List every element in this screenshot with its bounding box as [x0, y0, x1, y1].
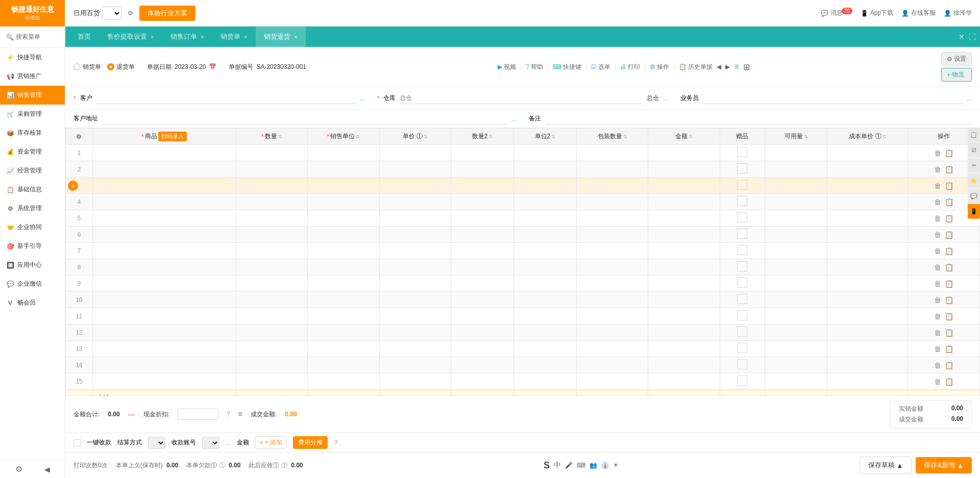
float-btn-3[interactable]: ✂ [968, 158, 980, 173]
avail-cell[interactable] [765, 259, 827, 275]
expense-split-button[interactable]: 费用分摊 [293, 436, 328, 449]
pkg-cell[interactable] [576, 145, 648, 161]
amount-cell[interactable] [648, 194, 720, 210]
add-logistics-button[interactable]: + 物流 [941, 68, 972, 82]
pkg-cell[interactable] [576, 227, 648, 243]
price-cell[interactable] [379, 259, 451, 275]
product-cell[interactable] [92, 292, 236, 308]
qty2-cell[interactable] [451, 145, 514, 161]
pkg-cell[interactable] [576, 292, 648, 308]
unit2-cell[interactable] [513, 161, 576, 178]
unit-sort-icon[interactable]: ⇅ [356, 134, 360, 139]
qty-sort-icon[interactable]: ⇅ [278, 134, 282, 139]
product-cell[interactable] [92, 161, 236, 178]
gift-checkbox[interactable] [737, 180, 747, 190]
avail-cell[interactable] [765, 292, 827, 308]
price-cell[interactable] [379, 178, 451, 194]
tabs-close-all-button[interactable]: ✕ [959, 33, 965, 41]
float-btn-1[interactable]: 📋 [968, 128, 980, 142]
qty2-cell[interactable] [451, 292, 514, 308]
avail-cell[interactable] [765, 243, 827, 259]
category-select[interactable] [102, 7, 121, 20]
unit-cell[interactable] [308, 292, 379, 308]
product-cell[interactable] [92, 373, 236, 390]
delete-row-icon[interactable]: 🗑 [934, 263, 941, 271]
operations-btn[interactable]: ⚙操作 [650, 63, 669, 71]
price-cell[interactable] [379, 275, 451, 292]
pkg-sort-icon[interactable]: ⇅ [623, 134, 627, 139]
current-debt-help-icon[interactable]: ① [219, 462, 225, 469]
print-btn[interactable]: 🖨打印 [620, 63, 640, 71]
unit-cell[interactable] [308, 324, 379, 341]
expense-help-icon[interactable]: ? [334, 439, 337, 446]
gift-cell[interactable] [720, 373, 765, 390]
unit-cell[interactable] [308, 259, 379, 275]
gift-checkbox[interactable] [737, 278, 747, 288]
copy-row-icon[interactable]: 📋 [945, 247, 953, 255]
qty2-cell[interactable] [451, 161, 514, 178]
add-payment-button[interactable]: + + 添加 [255, 436, 287, 449]
unit-cell[interactable] [308, 227, 379, 243]
qty-cell[interactable] [236, 194, 307, 210]
qty-cell[interactable] [236, 259, 307, 275]
qty-cell[interactable] [236, 292, 307, 308]
qty-cell[interactable] [236, 308, 307, 324]
account-lookup-icon[interactable]: ... [226, 439, 231, 446]
qty2-cell[interactable] [451, 243, 514, 259]
add-row-button[interactable]: + [68, 181, 78, 191]
product-cell[interactable] [92, 259, 236, 275]
sidebar-item-system[interactable]: ⚙ 系统管理 [0, 199, 65, 218]
discount-help-icon[interactable]: ? [227, 411, 230, 418]
gift-checkbox[interactable] [737, 375, 747, 386]
customer-lookup-icon[interactable]: ... [360, 95, 365, 102]
calendar-icon[interactable]: 📅 [209, 63, 216, 70]
avail-cell[interactable] [765, 210, 827, 227]
gift-checkbox[interactable] [737, 196, 747, 206]
qty2-cell[interactable] [451, 275, 514, 292]
copy-row-icon[interactable]: 📋 [945, 149, 953, 157]
product-cell[interactable] [92, 357, 236, 373]
delete-row-icon[interactable]: 🗑 [934, 312, 941, 320]
gift-checkbox[interactable] [737, 310, 747, 320]
history-btn[interactable]: 📋历史单据 [679, 63, 713, 71]
pkg-cell[interactable] [576, 161, 648, 178]
address-input[interactable] [102, 113, 507, 124]
unit-cell[interactable] [308, 308, 379, 324]
amount-cell[interactable] [648, 308, 720, 324]
tab-sales-return[interactable]: 销货退货 ✕ [256, 27, 306, 47]
sidebar-item-guide[interactable]: 🎯 新手引导 [0, 237, 65, 256]
price-cell[interactable] [379, 210, 451, 227]
copy-row-icon[interactable]: 📋 [945, 165, 953, 173]
float-btn-6[interactable]: 📱 [968, 204, 980, 219]
experience-button[interactable]: 体验行业方案 [139, 6, 195, 21]
unit-cell[interactable] [308, 357, 379, 373]
qty-cell[interactable] [236, 227, 307, 243]
unit2-cell[interactable] [513, 373, 576, 390]
avail-cell[interactable] [765, 275, 827, 292]
amount-cell[interactable] [648, 357, 720, 373]
copy-row-icon[interactable]: 📋 [945, 198, 953, 206]
warehouse-input[interactable] [400, 92, 643, 104]
sidebar-item-wechat[interactable]: 💬 企业微信 [0, 274, 65, 293]
qty-cell[interactable] [236, 243, 307, 259]
price-cell[interactable] [379, 373, 451, 390]
settlement-select[interactable] [148, 437, 165, 449]
price-cell[interactable] [379, 145, 451, 161]
view-list-icon[interactable]: ≡ [734, 62, 739, 71]
qty-cell[interactable] [236, 357, 307, 373]
product-cell[interactable] [92, 324, 236, 341]
sidebar-item-enterprise[interactable]: 🤝 企业协同 [0, 218, 65, 237]
gift-checkbox[interactable] [737, 326, 747, 337]
float-btn-5[interactable]: 💬 [968, 189, 980, 204]
amount-cell[interactable] [648, 259, 720, 275]
qty-cell[interactable] [236, 373, 307, 390]
qty-cell[interactable] [236, 210, 307, 227]
copy-row-icon[interactable]: 📋 [945, 312, 953, 320]
sidebar-item-quicknav[interactable]: ⚡ 快捷导航 [0, 48, 65, 67]
pkg-cell[interactable] [576, 259, 648, 275]
discount-input[interactable] [178, 409, 218, 420]
qty2-cell[interactable] [451, 227, 514, 243]
avail-cell[interactable] [765, 227, 827, 243]
sidebar-item-appstore[interactable]: 🔲 应用中心 [0, 256, 65, 274]
gift-cell[interactable] [720, 161, 765, 178]
